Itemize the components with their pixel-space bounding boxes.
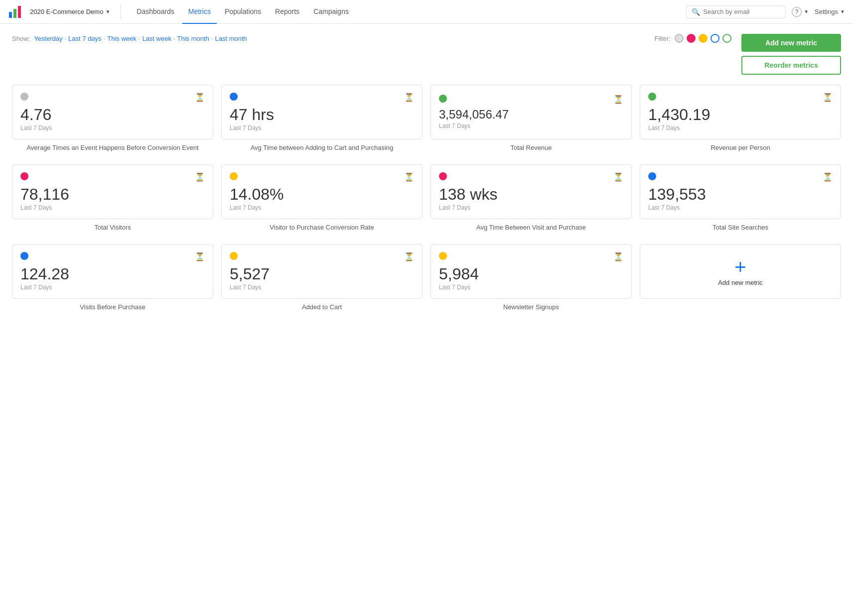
time-thismonth[interactable]: This month: [177, 35, 209, 42]
metric-dot-gray: [20, 93, 28, 101]
nav-links: Dashboards Metrics Populations Reports C…: [131, 0, 355, 24]
filter-dot-gray[interactable]: [675, 34, 684, 43]
metric-card-total-revenue: ⏳ 3,594,056.47 Last 7 Days: [430, 85, 632, 139]
metric-period-visits-before-purchase: Last 7 Days: [20, 284, 205, 291]
metric-label-revenue-person: Revenue per Person: [640, 143, 841, 152]
clock-icon-3[interactable]: ⏳: [613, 95, 623, 104]
metric-card-visitors: ⏳ 78,116 Last 7 Days: [12, 164, 213, 219]
metric-group-avg-visit-purchase: ⏳ 138 wks Last 7 Days Avg Time Between V…: [430, 164, 632, 232]
metrics-grid-3: ⏳ 124.28 Last 7 Days Visits Before Purch…: [12, 244, 841, 313]
metric-period-added-to-cart: Last 7 Days: [230, 284, 414, 291]
filter-section: Filter:: [655, 34, 732, 43]
metric-value-avg-time-cart: 47 hrs: [230, 106, 414, 123]
clock-icon-4[interactable]: ⏳: [823, 93, 833, 102]
metric-label-conversion-rate: Visitor to Purchase Conversion Rate: [221, 223, 423, 232]
filter-dot-green[interactable]: [722, 34, 731, 43]
metric-card-avg-event: ⏳ 4.76 Last 7 Days: [12, 85, 213, 139]
clock-icon-5[interactable]: ⏳: [195, 172, 205, 182]
filter-label: Filter:: [655, 35, 671, 42]
reorder-metrics-button[interactable]: Reorder metrics: [741, 56, 841, 75]
clock-icon-9[interactable]: ⏳: [195, 252, 205, 261]
navbar: 2020 E-Commerce Demo ▼ Dashboards Metric…: [0, 0, 853, 24]
search-box[interactable]: 🔍: [686, 5, 786, 18]
clock-icon-2[interactable]: ⏳: [404, 93, 414, 102]
brand-name[interactable]: 2020 E-Commerce Demo ▼: [30, 8, 110, 15]
metric-group-conversion-rate: ⏳ 14.08% Last 7 Days Visitor to Purchase…: [221, 164, 423, 232]
metric-group-avg-event: ⏳ 4.76 Last 7 Days Average Times an Even…: [12, 85, 213, 152]
add-metric-button[interactable]: Add new metric: [741, 34, 841, 52]
search-input[interactable]: [703, 8, 780, 15]
metric-value-site-searches: 139,553: [648, 186, 833, 203]
filter-dot-blue[interactable]: [711, 34, 719, 43]
metric-dot-blue-3: [20, 252, 28, 260]
settings-chevron: ▼: [840, 9, 845, 14]
metric-dot-pink-2: [439, 172, 447, 180]
metric-dot-yellow-2: [230, 252, 238, 260]
metric-card-newsletter: ⏳ 5,984 Last 7 Days: [430, 244, 632, 299]
metrics-row-3: ⏳ 124.28 Last 7 Days Visits Before Purch…: [12, 244, 841, 313]
help-button[interactable]: ? ▼: [792, 7, 809, 17]
metric-group-revenue-person: ⏳ 1,430.19 Last 7 Days Revenue per Perso…: [640, 85, 841, 152]
time-last7days[interactable]: Last 7 days: [68, 35, 102, 42]
metric-group-avg-time-cart: ⏳ 47 hrs Last 7 Days Avg Time between Ad…: [221, 85, 423, 152]
filter-bar: Show: Yesterday · Last 7 days · This wee…: [12, 34, 741, 43]
metric-card-conversion-rate: ⏳ 14.08% Last 7 Days: [221, 164, 423, 219]
filter-dot-yellow[interactable]: [699, 34, 708, 43]
metric-label-avg-event: Average Times an Event Happens Before Co…: [12, 143, 213, 152]
metric-value-newsletter: 5,984: [439, 265, 623, 283]
metric-card-site-searches: ⏳ 139,553 Last 7 Days: [640, 164, 841, 219]
metric-period-total-revenue: Last 7 Days: [439, 123, 623, 129]
metric-label-total-revenue: Total Revenue: [430, 143, 632, 152]
metrics-row-1: ⏳ 4.76 Last 7 Days Average Times an Even…: [12, 85, 841, 152]
main-content: Show: Yesterday · Last 7 days · This wee…: [0, 24, 853, 335]
clock-icon-8[interactable]: ⏳: [823, 172, 833, 182]
time-lastmonth[interactable]: Last month: [215, 35, 247, 42]
time-thisweek[interactable]: This week: [107, 35, 137, 42]
filter-dots: [675, 34, 731, 43]
nav-reports[interactable]: Reports: [269, 0, 305, 24]
clock-icon-11[interactable]: ⏳: [613, 252, 623, 261]
metric-card-avg-visit-purchase: ⏳ 138 wks Last 7 Days: [430, 164, 632, 219]
metric-group-add-new: + Add new metric: [640, 244, 841, 313]
add-new-metric-label: Add new metric: [718, 279, 763, 286]
clock-icon[interactable]: ⏳: [195, 93, 205, 102]
metric-group-added-to-cart: ⏳ 5,527 Last 7 Days Added to Cart: [221, 244, 423, 313]
metric-group-newsletter: ⏳ 5,984 Last 7 Days Newsletter Signups: [430, 244, 632, 313]
metric-value-revenue-person: 1,430.19: [648, 106, 833, 123]
nav-populations[interactable]: Populations: [219, 0, 267, 24]
add-new-metric-card[interactable]: + Add new metric: [640, 244, 841, 299]
filter-dot-pink[interactable]: [687, 34, 696, 43]
clock-icon-10[interactable]: ⏳: [404, 252, 414, 261]
nav-dashboards[interactable]: Dashboards: [131, 0, 180, 24]
metric-period-newsletter: Last 7 Days: [439, 284, 623, 291]
svg-rect-0: [9, 12, 12, 18]
metric-value-added-to-cart: 5,527: [230, 265, 414, 283]
metrics-row-2: ⏳ 78,116 Last 7 Days Total Visitors ⏳ 14…: [12, 164, 841, 232]
metric-dot-pink: [20, 172, 28, 180]
metric-dot-green-2: [648, 93, 656, 101]
show-label: Show:: [12, 35, 30, 42]
add-new-metric-icon: +: [734, 257, 746, 277]
metric-period-avg-time-cart: Last 7 Days: [230, 124, 414, 131]
settings-button[interactable]: Settings ▼: [815, 8, 845, 15]
metric-label-visitors: Total Visitors: [12, 223, 213, 232]
logo[interactable]: [8, 5, 22, 19]
nav-divider: [120, 5, 121, 19]
clock-icon-7[interactable]: ⏳: [613, 172, 623, 182]
nav-metrics[interactable]: Metrics: [182, 0, 217, 24]
metric-label-site-searches: Total Site Searches: [640, 223, 841, 232]
nav-campaigns[interactable]: Campaigns: [307, 0, 355, 24]
metric-value-visitors: 78,116: [20, 186, 205, 203]
time-yesterday[interactable]: Yesterday: [34, 35, 62, 42]
metric-period-revenue-person: Last 7 Days: [648, 124, 833, 131]
clock-icon-6[interactable]: ⏳: [404, 172, 414, 182]
help-chevron: ▼: [804, 9, 809, 14]
metric-value-avg-event: 4.76: [20, 106, 205, 123]
metric-label-avg-time-cart: Avg Time between Adding to Cart and Purc…: [221, 143, 423, 152]
metric-period-avg-event: Last 7 Days: [20, 124, 205, 131]
metric-group-visits-before-purchase: ⏳ 124.28 Last 7 Days Visits Before Purch…: [12, 244, 213, 313]
svg-rect-1: [13, 9, 16, 18]
metric-value-avg-visit-purchase: 138 wks: [439, 186, 623, 203]
time-lastweek[interactable]: Last week: [142, 35, 171, 42]
metric-dot-blue-2: [648, 172, 656, 180]
